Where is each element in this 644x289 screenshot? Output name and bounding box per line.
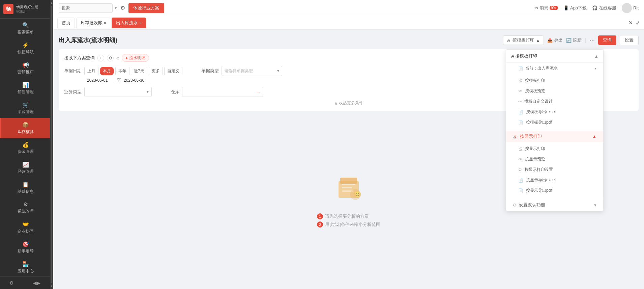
print-dropdown-collapse-arrow[interactable]: ▲ bbox=[594, 54, 598, 59]
tab-home[interactable]: 首页 bbox=[57, 18, 75, 28]
tip-text-1: 请先选择要分析的方案 bbox=[325, 213, 369, 219]
operations-icon: 📈 bbox=[22, 161, 29, 168]
sidebar-item-enterprise[interactable]: 🤝 企业协同 bbox=[0, 218, 50, 238]
date-btn-this-month[interactable]: 本月 bbox=[100, 67, 114, 75]
sidebar-item-label: 营销推广 bbox=[18, 69, 34, 75]
display-export-pdf-item[interactable]: 📄 按显示导出pdf bbox=[506, 185, 603, 196]
page-title: 出入库流水(流水明细) bbox=[59, 36, 117, 44]
display-preview-icon: 👁 bbox=[518, 157, 522, 162]
sidebar-item-basic[interactable]: 📋 基础信息 bbox=[0, 178, 50, 198]
user-avatar-btn[interactable]: Rit bbox=[622, 3, 639, 13]
message-badge: 99+ bbox=[550, 6, 558, 10]
sidebar-settings-btn[interactable]: ⚙ bbox=[9, 280, 14, 286]
message-btn[interactable]: ✉ 消息 99+ bbox=[534, 5, 558, 11]
print-dropdown-footer[interactable]: ⚙ 设置默认功能 ▾ bbox=[506, 199, 603, 211]
sidebar-item-system[interactable]: ⚙ 系统管理 bbox=[0, 198, 50, 218]
display-settings-item[interactable]: ⚙ 按显示打印设置 bbox=[506, 164, 603, 175]
search-input[interactable] bbox=[59, 3, 113, 13]
search-collapse-left-btn[interactable]: « bbox=[116, 55, 119, 61]
date-btn-custom[interactable]: 自定义 bbox=[164, 67, 182, 75]
date-from-input[interactable] bbox=[87, 78, 114, 83]
sidebar-item-label: 系统管理 bbox=[18, 209, 34, 214]
app-logo-icon: 畅 bbox=[3, 4, 13, 14]
biz-type-select[interactable]: ▾ bbox=[84, 87, 152, 97]
date-to-input[interactable] bbox=[124, 78, 151, 83]
sidebar-item-search[interactable]: 🔍 搜索菜单 bbox=[0, 19, 50, 38]
sidebar-item-guide[interactable]: 🎯 新手引导 bbox=[0, 238, 50, 258]
refresh-btn[interactable]: 🔄 刷新 bbox=[566, 37, 582, 43]
display-section-left: 🖨 按显示打印 bbox=[513, 133, 542, 139]
template-pdf-icon: 📄 bbox=[518, 120, 523, 125]
display-print-label: 按显示打印 bbox=[525, 146, 545, 152]
scroll-up-arrow[interactable]: ▲ bbox=[50, 1, 53, 4]
query-btn[interactable]: 查询 bbox=[598, 35, 616, 45]
finance-icon: 💰 bbox=[22, 141, 29, 148]
date-btn-7days[interactable]: 近7天 bbox=[131, 67, 147, 75]
footer-settings-icon: ⚙ bbox=[513, 203, 517, 208]
sidebar-collapse-btn[interactable]: ◀▶ bbox=[33, 280, 40, 286]
app-download-btn[interactable]: 📱 App下载 bbox=[563, 5, 587, 11]
tab-stock-flow[interactable]: 出入库流水 × bbox=[112, 18, 146, 28]
warehouse-select[interactable]: ··· bbox=[182, 87, 263, 97]
sidebar-item-label: 应用中心 bbox=[18, 268, 34, 274]
display-export-excel-item[interactable]: 📄 按显示导出excel bbox=[506, 175, 603, 185]
sidebar-item-appstore[interactable]: 🏪 应用中心 bbox=[0, 258, 50, 277]
warehouse-more-btn[interactable]: ··· bbox=[257, 89, 260, 94]
search-date-field: 单据日期 上月 本月 本年 近7天 更多 自定义 bbox=[64, 67, 182, 75]
biz-type-arrow: ▾ bbox=[147, 89, 149, 94]
svg-rect-1 bbox=[340, 178, 357, 184]
sidebar-item-operations[interactable]: 📈 经营管理 bbox=[0, 158, 50, 178]
date-field-label: 单据日期 bbox=[64, 68, 82, 74]
sidebar-item-inventory[interactable]: 📦 库存核算 bbox=[0, 118, 50, 138]
export-btn[interactable]: 📤 导出 bbox=[547, 37, 563, 43]
sidebar-item-sales[interactable]: 📊 销售管理 bbox=[0, 78, 50, 98]
more-actions-icon[interactable]: ··· bbox=[590, 37, 595, 44]
online-service-btn[interactable]: 🎧 在线客服 bbox=[592, 5, 616, 11]
tab-batch-account-close[interactable]: × bbox=[104, 21, 106, 25]
display-section-header[interactable]: 🖨 按显示打印 ▲ bbox=[506, 131, 603, 142]
print-dropdown-arrow: ▲ bbox=[536, 38, 540, 43]
search-filter-tag[interactable]: ● 流水明细 bbox=[122, 54, 149, 62]
tab-stock-flow-close[interactable]: × bbox=[139, 21, 141, 25]
settings-btn[interactable]: 设置 bbox=[620, 35, 639, 45]
date-btn-last-month[interactable]: 上月 bbox=[84, 67, 98, 75]
search-add-btn[interactable]: + bbox=[97, 55, 104, 61]
scroll-down-arrow[interactable]: ▼ bbox=[50, 285, 53, 288]
sidebar-item-purchase[interactable]: 🛒 采购管理 bbox=[0, 98, 50, 118]
doctype-select[interactable]: 请选择单据类型 ▾ bbox=[222, 66, 282, 76]
template-print-item[interactable]: 🖨 按模板打印 bbox=[506, 75, 603, 86]
current-label-arrow[interactable]: ▾ bbox=[595, 67, 596, 70]
search-settings-btn[interactable]: ⚙ bbox=[107, 55, 114, 61]
tab-close-all-btn[interactable]: ✕ bbox=[628, 20, 633, 26]
print-dropdown-btn[interactable]: 🖨 按模板打印 ▲ bbox=[503, 35, 544, 45]
date-btn-this-year[interactable]: 本年 bbox=[115, 67, 129, 75]
user-name: Rit bbox=[633, 5, 639, 10]
display-section-label: 按显示打印 bbox=[520, 133, 542, 139]
search-dropdown-arrow[interactable]: ▾ bbox=[115, 5, 117, 10]
purchase-icon: 🛒 bbox=[22, 102, 29, 108]
template-export-pdf-label: 按模板导出pdf bbox=[526, 120, 552, 125]
display-preview-item[interactable]: 👁 按显示预览 bbox=[506, 154, 603, 164]
user-avatar bbox=[622, 3, 632, 13]
sidebar-item-quick-nav[interactable]: ⚡ 快捷导航 bbox=[0, 38, 50, 58]
topbar-gear-icon[interactable]: ⚙ bbox=[120, 5, 125, 11]
display-print-icon: 🖨 bbox=[518, 147, 522, 151]
sidebar-item-marketing[interactable]: 📢 营销推广 bbox=[0, 58, 50, 78]
tab-batch-account-label: 库存批次账 bbox=[81, 20, 103, 26]
message-label: 消息 bbox=[539, 5, 548, 11]
tab-batch-account[interactable]: 库存批次账 × bbox=[76, 18, 110, 28]
industry-btn[interactable]: 体验行业方案 bbox=[128, 3, 164, 13]
tab-maximize-btn[interactable]: ⤢ bbox=[636, 20, 640, 26]
template-export-excel-item[interactable]: 📄 按模板导出excel bbox=[506, 107, 603, 117]
date-btn-more[interactable]: 更多 bbox=[149, 67, 163, 75]
sidebar-item-finance[interactable]: 💰 资金管理 bbox=[0, 138, 50, 158]
display-export-excel-label: 按显示导出excel bbox=[526, 177, 556, 183]
template-custom-item[interactable]: ✏ 模板自定义设计 bbox=[506, 96, 603, 107]
svg-rect-3 bbox=[342, 187, 352, 188]
template-preview-item[interactable]: 👁 按模板预览 bbox=[506, 86, 603, 96]
sales-icon: 📊 bbox=[22, 82, 29, 88]
collapse-icon: ∧ bbox=[334, 101, 338, 106]
template-export-pdf-item[interactable]: 📄 按模板导出pdf bbox=[506, 117, 603, 128]
display-print-item[interactable]: 🖨 按显示打印 bbox=[506, 143, 603, 154]
message-icon: ✉ bbox=[534, 5, 538, 10]
